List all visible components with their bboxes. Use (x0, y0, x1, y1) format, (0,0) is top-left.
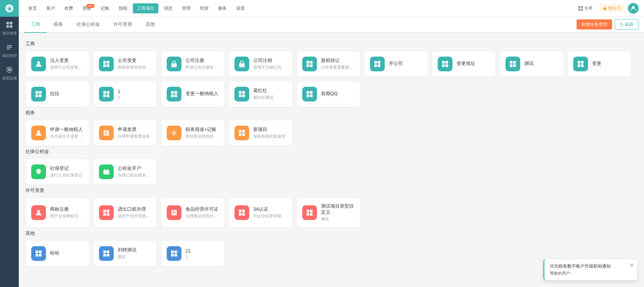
card-test-type[interactable]: 测试项目类型目定义 测试 (297, 198, 360, 228)
card-trademark[interactable]: 商标注册 用于企业商标注册服务 (25, 198, 89, 228)
svg-rect-62 (307, 94, 309, 97)
svg-rect-86 (239, 210, 241, 212)
svg-rect-104 (171, 254, 174, 257)
card-title: 申请发票 (118, 127, 151, 133)
svg-rect-37 (513, 61, 516, 64)
svg-rect-31 (378, 64, 380, 67)
content-area: 工商 税务 社保公积金 许可资质 其他 新增业务类型 ↻ 刷新 工商 (19, 17, 644, 287)
card-icon-food-license (167, 205, 181, 220)
avatar[interactable] (628, 3, 639, 14)
svg-rect-6 (7, 45, 12, 46)
card-apply-taxpayer[interactable]: 申请一般纳税人 当月或次月成变更完成 (25, 120, 89, 146)
svg-rect-102 (171, 250, 174, 253)
sidebar-logo[interactable]: ◈ (0, 0, 19, 17)
card-title: 开公司 (389, 61, 422, 67)
fullscreen-btn[interactable]: 全屏 (576, 4, 595, 12)
card-desc: 办理食品经营许可证 (185, 213, 219, 219)
notification-title: 河北税务数字账户升级影响通知 (550, 263, 632, 269)
card-title: 公司注册 (185, 58, 219, 64)
nav-service[interactable]: 服务 (214, 3, 231, 13)
vip-btn[interactable]: 畅会员 (599, 4, 624, 12)
card-test[interactable]: 测试 (500, 51, 564, 77)
section-shebao-title: 社保公积金 (25, 149, 637, 155)
card-desc: 拿到营业执照的新公司 (185, 134, 219, 139)
card-company-register[interactable]: 公司注册 申请公司注册全流程 (161, 51, 225, 77)
card-title: 变更 (592, 61, 626, 67)
svg-rect-92 (307, 213, 309, 216)
card-food-license[interactable]: 食品经营许可证 办理食品经营许可证 (161, 198, 225, 228)
card-tax-report-accounting[interactable]: ¥ 税务报道+记账 拿到营业执照的新公司 (161, 120, 225, 146)
card-desc: 当月或次月成变更完成 (50, 134, 84, 139)
nav-home[interactable]: 首页 (24, 3, 41, 13)
card-import-export[interactable]: 进出口权办理 适用于对外贸易经营者 (93, 198, 157, 228)
tab-shuiwu[interactable]: 税务 (47, 17, 70, 33)
nav-settings[interactable]: 设置 (232, 3, 249, 13)
svg-rect-88 (239, 213, 241, 216)
svg-rect-38 (510, 64, 513, 67)
card-lala[interactable]: 拉拉 (25, 81, 89, 107)
sidebar-item-project-mgmt[interactable]: 项目管理 (0, 17, 19, 39)
card-company-change[interactable]: 公司变更 股权变更外的业务变更 (93, 51, 157, 77)
svg-rect-29 (378, 61, 380, 64)
nav-accounting[interactable]: 记账 (97, 3, 113, 13)
card-company-cancel[interactable]: 公司注销 适用于注销公司 (229, 51, 292, 77)
svg-rect-30 (374, 64, 377, 67)
svg-rect-84 (172, 211, 176, 212)
card-haha[interactable]: 哈哈 (25, 240, 89, 267)
refresh-button[interactable]: ↻ 刷新 (615, 19, 639, 30)
tab-shebao[interactable]: 社保公积金 (70, 17, 107, 33)
notification-close-btn[interactable]: ✕ (630, 262, 634, 268)
new-type-button[interactable]: 新增业务类型 (577, 19, 612, 29)
card-provident-fund[interactable]: 公积金开户 办理公积金相关业务 (93, 159, 157, 185)
nav-message[interactable]: 消息 (160, 3, 176, 13)
card-social-register[interactable]: 社保登记 进行人员社保登记 (25, 159, 89, 185)
card-equity-transfer[interactable]: 股权转让 公司变更需要股权转让 (297, 51, 360, 77)
svg-rect-2 (6, 22, 9, 24)
tab-other[interactable]: 其他 (139, 17, 162, 33)
card-one[interactable]: 1 1 (93, 81, 157, 107)
card-gehonghong[interactable]: 葛红红 葛红红测试 (229, 81, 292, 107)
card-legal-change[interactable]: 法人变更 适用于公司变更法人 (25, 51, 89, 77)
card-title: 公司注销 (253, 58, 287, 64)
svg-rect-99 (107, 250, 109, 253)
section-gongshang-title: 工商 (25, 41, 637, 47)
card-desc: 公司变更需要股权转让 (321, 65, 355, 70)
nav-ticket[interactable]: 票据 new (78, 3, 95, 13)
card-change2[interactable]: 变更 (568, 51, 631, 77)
card-icon-change-taxpayer (167, 87, 181, 101)
sidebar-item-project-type[interactable]: 项目类型 (0, 39, 19, 62)
card-desc: 申请公司注册全流程 (185, 65, 219, 70)
card-apply-invoice[interactable]: 申请发票 办理申请发票业务 (93, 120, 157, 146)
card-liupeng-test[interactable]: 刘聘测试 测试 (93, 240, 157, 267)
tab-gongshang[interactable]: 工商 (24, 17, 47, 33)
nav-management[interactable]: 管理 (178, 3, 195, 13)
sidebar-item-progress[interactable]: 进度监测 (0, 62, 19, 84)
card-3a-cert[interactable]: 3A认证 对企业信誉评级 (229, 198, 292, 228)
card-icon-change-address (438, 57, 452, 71)
card-desc: 办理公积金相关业务 (118, 172, 151, 178)
nav-operation[interactable]: 经营 (196, 3, 213, 13)
card-twenty-one[interactable]: 21 1 (161, 240, 225, 267)
nav-tax[interactable]: 报税 (115, 3, 131, 13)
card-change-address[interactable]: 变更地址 (432, 51, 496, 77)
card-title: 前期QQ (321, 91, 355, 97)
svg-text:¥: ¥ (173, 131, 175, 135)
svg-rect-100 (103, 254, 106, 257)
card-icon-3a-cert (234, 205, 249, 220)
svg-rect-27 (310, 64, 313, 67)
card-title: 刘聘测试 (118, 247, 151, 253)
card-preqq[interactable]: 前期QQ (297, 81, 360, 107)
card-icon-gehonghong (234, 87, 249, 101)
card-desc: 股权变更外的业务变更 (118, 65, 151, 70)
nav-business[interactable]: 工商项目 (133, 3, 158, 13)
card-open-company[interactable]: 开公司 (364, 51, 428, 77)
card-change-taxpayer[interactable]: 变更一般纳税人 (161, 81, 225, 107)
nav-billing[interactable]: 收费 (60, 3, 77, 13)
tab-xuke[interactable]: 许可资质 (107, 17, 139, 33)
svg-rect-103 (174, 250, 177, 253)
svg-rect-13 (579, 9, 580, 10)
card-icon-tax-report: ¥ (167, 126, 181, 140)
card-new-project[interactable]: 新项目 报税加税控盘保管 (229, 120, 292, 146)
nav-customer[interactable]: 客户 (42, 3, 59, 13)
svg-rect-73 (239, 133, 241, 136)
